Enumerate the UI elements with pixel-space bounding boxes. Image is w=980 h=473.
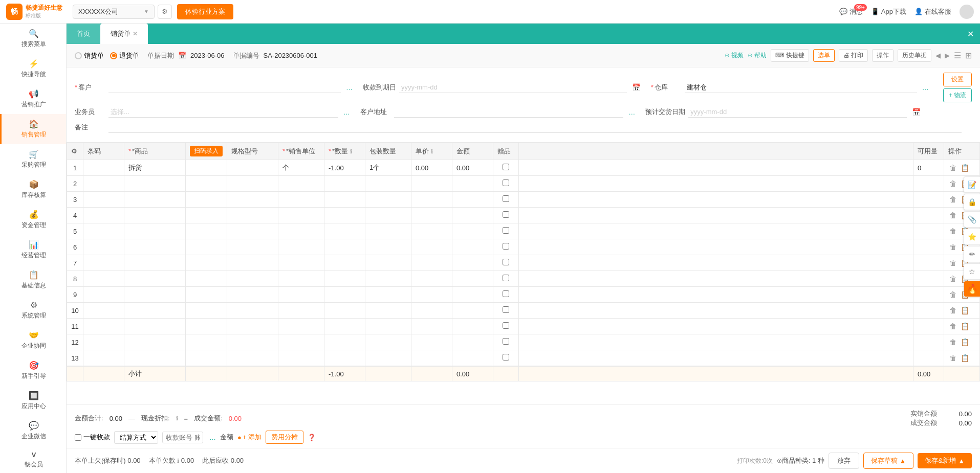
gift-checkbox-6[interactable] [503,243,509,250]
select-btn[interactable]: 选单 [813,49,835,62]
sidebar-item-sales[interactable]: 🏠 销售管理 [0,114,66,144]
qty-info-icon[interactable]: ℹ [350,148,352,154]
next-btn[interactable]: ▶ [945,52,950,59]
message-button[interactable]: 💬 消息 99+ [839,7,863,16]
current-due-info-icon[interactable]: ℹ [177,458,179,464]
gift-checkbox-8[interactable] [503,275,509,281]
payment-method-select[interactable]: 结算方式 [114,431,158,444]
abandon-button[interactable]: 放弃 [829,453,859,469]
settings-icon[interactable]: ⚙ [158,5,172,19]
sidebar-item-business[interactable]: 📊 经营管理 [0,235,66,265]
sidebar-item-purchase[interactable]: 🛒 采购管理 [0,144,66,174]
float-attach-btn[interactable]: 📎 [964,211,980,228]
app-download-button[interactable]: 📱 App下载 [871,7,906,16]
setting-button[interactable]: 设置 [943,73,972,86]
tab-close-icon[interactable]: ✕ [133,30,138,37]
delete-row-2-button[interactable]: 🗑 [948,178,957,189]
operation-btn[interactable]: 操作 [872,49,894,62]
delete-row-7-button[interactable]: 🗑 [948,258,957,268]
gift-checkbox-3[interactable] [503,195,509,202]
salesperson-input[interactable] [108,106,338,118]
one-click-pay-input[interactable] [75,434,81,441]
discount-info-icon[interactable]: ℹ [176,415,178,422]
address-input[interactable] [394,106,624,118]
tab-home[interactable]: 首页 [67,24,100,44]
gift-checkbox-4[interactable] [503,211,509,218]
copy-row-12-button[interactable]: 📋 [960,337,970,347]
delete-row-4-button[interactable]: 🗑 [948,210,957,220]
radio-return-order[interactable]: 退货单 [110,51,139,60]
delete-row-8-button[interactable]: 🗑 [948,274,957,284]
radio-sales-order[interactable]: 销货单 [75,51,104,60]
sidebar-item-appcenter[interactable]: 🔲 应用中心 [0,386,66,416]
add-payment-button[interactable]: ● + 添加 [237,433,262,442]
fee-question-icon[interactable]: ❓ [308,434,316,441]
help-link[interactable]: ⊙ 帮助 [748,51,767,60]
warehouse-more-icon[interactable]: … [922,84,929,92]
grid-view-btn[interactable]: ⊞ [965,51,972,60]
copy-row-10-button[interactable]: 📋 [960,305,970,316]
delete-row-3-button[interactable]: 🗑 [948,194,957,205]
delete-row-6-button[interactable]: 🗑 [948,242,957,252]
address-more-icon[interactable]: … [628,108,635,116]
sidebar-item-wechat[interactable]: 💬 企业微信 [0,416,66,446]
video-link[interactable]: ⊙ 视频 [725,51,744,60]
company-select[interactable]: XXXXXX公司 ▼ [73,5,155,19]
delete-row-5-button[interactable]: 🗑 [948,226,957,236]
copy-row-13-button[interactable]: 📋 [960,353,970,363]
float-orange-btn[interactable]: 🔥 [964,281,980,297]
warehouse-input[interactable] [685,82,917,93]
customer-input[interactable] [108,82,341,93]
sidebar-item-quicknav[interactable]: ⚡ 快捷导航 [0,54,66,84]
sidebar-item-finance[interactable]: 💰 资金管理 [0,205,66,235]
save-draft-button[interactable]: 保存草稿 ▲ [863,453,914,469]
account-more-icon[interactable]: … [209,434,216,441]
logistics-button[interactable]: + 物流 [943,88,972,102]
due-date-calendar-icon[interactable]: 📅 [632,83,641,92]
copy-row-11-button[interactable]: 📋 [960,321,970,331]
trial-button[interactable]: 体验行业方案 [177,4,233,19]
sidebar-item-member[interactable]: V 畅会员 [0,446,66,473]
tab-sales-order[interactable]: 销货单 ✕ [100,24,148,44]
one-click-pay-checkbox[interactable]: 一键收款 [75,433,110,442]
account-input[interactable] [162,432,203,443]
float-lock-btn[interactable]: 🔒 [964,194,980,210]
delete-row-9-button[interactable]: 🗑 [948,289,957,300]
note-input[interactable] [108,122,962,133]
delete-row-12-button[interactable]: 🗑 [948,337,957,347]
sidebar-item-system[interactable]: ⚙ 系统管理 [0,295,66,325]
sidebar-item-collab[interactable]: 🤝 企业协同 [0,325,66,355]
delivery-date-calendar-icon[interactable]: 📅 [912,108,921,116]
sidebar-item-marketing[interactable]: 📢 营销推广 [0,84,66,114]
list-view-btn[interactable]: ☰ [954,51,961,60]
gift-checkbox-12[interactable] [503,338,509,345]
sidebar-item-inventory[interactable]: 📦 库存核算 [0,174,66,205]
th-settings[interactable]: ⚙ [67,143,83,160]
delete-row-1-button[interactable]: 🗑 [948,163,957,173]
salesperson-more-icon[interactable]: … [343,108,350,116]
gift-checkbox-5[interactable] [503,227,509,234]
print-btn[interactable]: 🖨 打印 [839,49,868,62]
gift-checkbox-13[interactable] [503,354,509,361]
delivery-date-input[interactable] [688,106,907,118]
gift-checkbox-1[interactable] [503,164,509,170]
sidebar-item-basic[interactable]: 📋 基础信息 [0,265,66,295]
delete-row-13-button[interactable]: 🗑 [948,353,957,363]
gift-checkbox-7[interactable] [503,259,509,265]
sidebar-item-guide[interactable]: 🎯 新手引导 [0,355,66,386]
gift-checkbox-11[interactable] [503,322,509,329]
savenew-dropdown-icon[interactable]: ▲ [958,457,965,465]
sidebar-item-search[interactable]: 🔍 搜索菜单 [0,24,66,54]
draft-dropdown-icon[interactable]: ▲ [900,457,906,465]
close-all-icon[interactable]: ✕ [967,29,974,39]
history-btn[interactable]: 历史单据 [898,49,931,62]
delete-row-10-button[interactable]: 🗑 [948,305,957,316]
scan-button[interactable]: 扫码录入 [190,146,223,156]
price-info-icon[interactable]: ℹ [431,148,433,154]
due-date-input[interactable] [399,82,627,93]
tab-close-all[interactable]: ✕ [967,29,980,39]
fee-split-button[interactable]: 费用分摊 [266,431,303,444]
float-star-btn[interactable]: ⭐ [964,229,980,245]
float-fav-btn[interactable]: ☆ [964,263,980,280]
save-new-button[interactable]: 保存&新增 ▲ [918,453,972,468]
